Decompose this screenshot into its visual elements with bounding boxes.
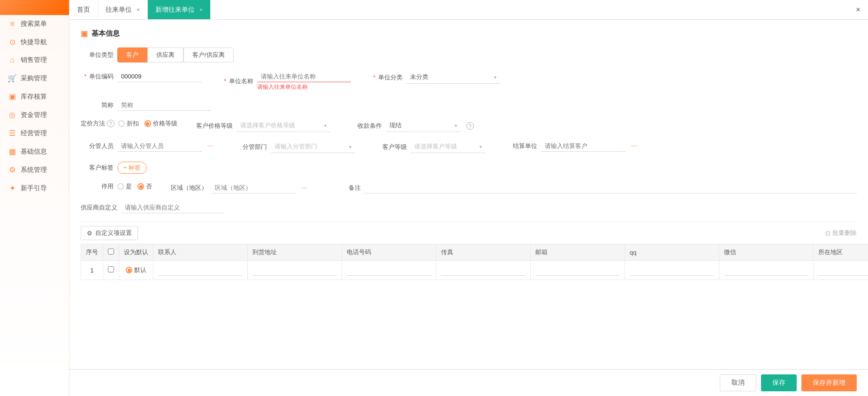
unit-category-select[interactable]: 未分类 ▾ (406, 71, 500, 84)
disabled-no-label: 否 (146, 182, 152, 191)
search-icon: ≡ (8, 20, 17, 28)
sidebar-item-newbie[interactable]: ✦ 新手引导 (0, 179, 69, 197)
disabled-yes-radio[interactable] (117, 183, 124, 190)
sidebar-item-label: 经营管理 (21, 129, 47, 138)
address-input[interactable] (252, 264, 337, 276)
phone-input[interactable] (347, 264, 431, 276)
region-input[interactable] (211, 182, 296, 194)
unit-name-input[interactable] (257, 71, 351, 82)
default-radio-item[interactable]: 默认 (124, 266, 148, 274)
table-row: 1 默认 (81, 261, 868, 280)
sidebar-item-finance[interactable]: ◎ 资金管理 (0, 106, 69, 124)
cell-email[interactable] (531, 261, 625, 280)
payment-terms-select[interactable]: 现结 ▾ (386, 119, 461, 132)
newbie-icon: ✦ (8, 184, 17, 193)
section-header: ▣ 基本信息 (81, 29, 857, 38)
cell-contact[interactable] (153, 261, 248, 280)
unit-name-error: 请输入往来单位名称 (257, 83, 351, 91)
payment-help-icon[interactable]: ? (466, 122, 474, 130)
tab-new-contact[interactable]: 新增往来单位 × (148, 0, 211, 19)
disabled-yes-option[interactable]: 是 (117, 182, 132, 191)
customer-price-chevron: ▾ (324, 123, 327, 128)
custom-settings-label: 自定义项设置 (95, 229, 132, 237)
tab-contacts-close[interactable]: × (137, 7, 140, 13)
sales-icon: ⌂ (8, 56, 17, 64)
short-name-input[interactable] (117, 100, 211, 111)
settlement-dots-btn[interactable]: ··· (629, 142, 639, 150)
select-all-checkbox[interactable] (108, 248, 114, 255)
section-title: 基本信息 (91, 29, 120, 38)
save-and-add-button[interactable]: 保存并新增 (801, 374, 857, 391)
batch-delete-btn[interactable]: ⊡ 批量删除 (825, 229, 857, 237)
pricing-discount-option[interactable]: 折扣 (118, 119, 139, 128)
supplier-custom-field: 供应商自定义 (81, 202, 857, 213)
custom-settings-btn[interactable]: ⚙ 自定义项设置 (81, 226, 138, 240)
cell-phone[interactable] (342, 261, 436, 280)
divider (81, 222, 857, 222)
sidebar-item-system[interactable]: ⚙ 系统管理 (0, 161, 69, 179)
tab-contacts[interactable]: 往来单位 × (98, 0, 148, 19)
col-qq: qq (625, 244, 719, 261)
purchase-icon: 🛒 (8, 74, 17, 83)
pricing-grade-option[interactable]: 价格等级 (145, 119, 177, 128)
default-radio[interactable] (126, 267, 132, 273)
unit-type-customer-btn[interactable]: 客户 (117, 47, 147, 62)
table-header-row: 序号 设为默认 联系人 到货地址 电话号码 传真 邮箱 qq 微信 所在地区 操… (81, 244, 868, 261)
disabled-no-radio-inner (139, 185, 143, 188)
col-address: 到货地址 (248, 244, 342, 261)
tag-add-btn[interactable]: + 标签 (117, 162, 147, 174)
remark-input[interactable] (365, 182, 857, 194)
sidebar-item-search[interactable]: ≡ 搜索菜单 (0, 15, 69, 33)
cell-fax[interactable] (436, 261, 531, 280)
manager-dots-btn[interactable]: ··· (206, 142, 215, 150)
col-default: 设为默认 (119, 244, 153, 261)
supplier-custom-row: 供应商自定义 (81, 202, 857, 213)
window-close-button[interactable]: × (848, 0, 868, 19)
inventory-icon: ▣ (8, 92, 17, 101)
disabled-label: 停用 (81, 182, 114, 191)
row-region-input[interactable] (818, 264, 868, 276)
dept-select[interactable]: 请输入分管部门 ▾ (271, 140, 355, 153)
dept-field: 分管部门 请输入分管部门 ▾ (234, 140, 355, 153)
customer-price-select[interactable]: 请选择客户价格等级 ▾ (236, 119, 330, 132)
cancel-button[interactable]: 取消 (720, 374, 756, 391)
table-body: 1 默认 (81, 261, 868, 280)
tab-new-contact-close[interactable]: × (199, 7, 203, 13)
pricing-grade-radio-inner (146, 122, 149, 125)
disabled-no-radio[interactable] (137, 183, 144, 190)
region-dots-btn[interactable]: ··· (299, 184, 309, 192)
wechat-input[interactable] (724, 264, 808, 276)
cell-qq[interactable] (625, 261, 719, 280)
disabled-no-option[interactable]: 否 (137, 182, 152, 191)
contact-input[interactable] (158, 264, 243, 276)
cell-region[interactable] (814, 261, 868, 280)
sidebar-item-sales[interactable]: ⌂ 销售管理 (0, 51, 69, 69)
pricing-help-icon[interactable]: ? (107, 120, 114, 127)
settlement-input[interactable] (541, 140, 625, 152)
cell-address[interactable] (248, 261, 342, 280)
sidebar-item-quick-nav[interactable]: ⊙ 快捷导航 (0, 33, 69, 51)
fax-input[interactable] (441, 264, 525, 276)
sidebar-item-inventory[interactable]: ▣ 库存核算 (0, 87, 69, 106)
cell-wechat[interactable] (719, 261, 814, 280)
tab-home[interactable]: 首页 (69, 0, 98, 19)
sidebar-item-basic-info[interactable]: ▦ 基础信息 (0, 142, 69, 161)
supplier-custom-input[interactable] (121, 202, 224, 213)
customer-grade-field: 客户等级 请选择客户等级 ▾ (374, 140, 486, 153)
tags-row: 客户标签 + 标签 (81, 162, 857, 174)
qq-input[interactable] (630, 264, 714, 276)
sidebar-item-label: 新手引导 (21, 184, 47, 193)
manager-input[interactable] (117, 140, 202, 152)
unit-type-supplier-btn[interactable]: 供应离 (147, 47, 183, 62)
pricing-discount-radio[interactable] (118, 120, 125, 127)
customer-grade-select[interactable]: 请选择客户等级 ▾ (411, 140, 486, 153)
col-phone: 电话号码 (342, 244, 436, 261)
sidebar-item-operations[interactable]: ☰ 经营管理 (0, 124, 69, 142)
pricing-grade-radio[interactable] (145, 120, 151, 127)
row-checkbox[interactable] (108, 266, 114, 272)
unit-code-input[interactable] (117, 71, 202, 82)
sidebar-item-purchase[interactable]: 🛒 采购管理 (0, 69, 69, 87)
unit-type-both-btn[interactable]: 客户/供应离 (183, 47, 234, 62)
save-button[interactable]: 保存 (761, 374, 797, 391)
email-input[interactable] (535, 264, 620, 276)
